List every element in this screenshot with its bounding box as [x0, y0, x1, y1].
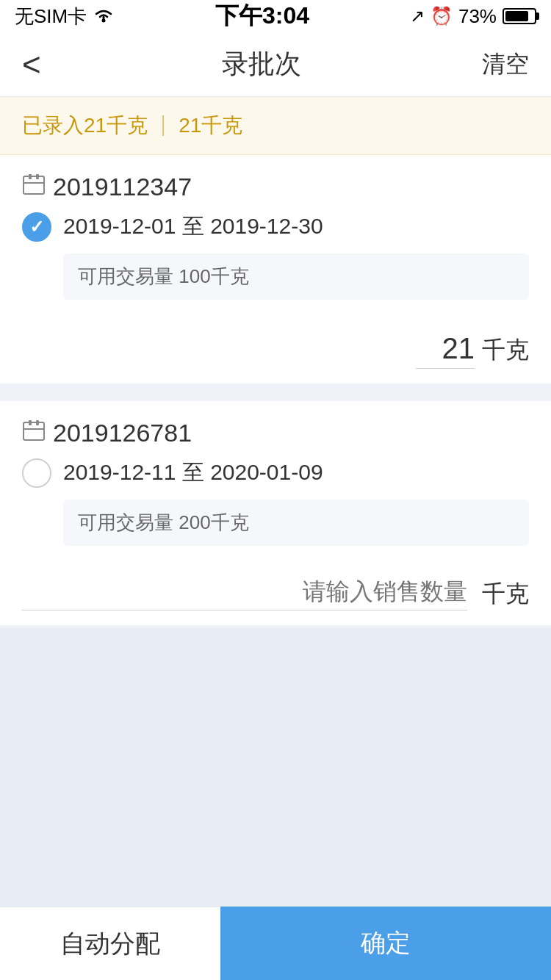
- batch2-card: 2019126781 2019-12-11 至 2020-01-09 可用交易量…: [0, 401, 551, 625]
- batch2-unit: 千克: [482, 578, 529, 610]
- batch1-date-row[interactable]: 2019-12-01 至 2019-12-30: [22, 212, 529, 242]
- empty-area: [0, 628, 551, 937]
- batch2-input-underline: [22, 578, 467, 610]
- batch1-amount-input[interactable]: [416, 332, 475, 365]
- page-title: 录批次: [222, 46, 301, 82]
- alarm-icon: ⏰: [431, 6, 453, 26]
- svg-rect-6: [29, 420, 32, 425]
- info-banner: 已录入21千克 21千克: [0, 97, 551, 155]
- clear-button[interactable]: 清空: [482, 48, 529, 81]
- batch1-amount-row: 千克: [0, 317, 551, 383]
- svg-rect-5: [24, 422, 44, 440]
- status-right: ↗ ⏰ 73%: [410, 5, 536, 28]
- batch2-icon: [22, 419, 46, 447]
- status-left: 无SIM卡: [15, 4, 115, 29]
- batch2-date: 2019-12-11 至 2020-01-09: [63, 458, 323, 488]
- batch1-item: 2019112347 2019-12-01 至 2019-12-30 可用交易量…: [0, 155, 551, 317]
- batch2-date-row[interactable]: 2019-12-11 至 2020-01-09: [22, 458, 529, 488]
- back-button[interactable]: <: [22, 46, 41, 83]
- sim-text: 无SIM卡: [15, 4, 87, 29]
- batch2-item: 2019126781 2019-12-11 至 2020-01-09 可用交易量…: [0, 401, 551, 563]
- confirm-button[interactable]: 确定: [220, 907, 551, 980]
- battery-icon: [503, 8, 536, 24]
- auto-distribute-button[interactable]: 自动分配: [0, 907, 220, 980]
- battery-percent: 73%: [458, 5, 497, 28]
- batch1-date: 2019-12-01 至 2019-12-30: [63, 212, 323, 242]
- status-bar: 无SIM卡 下午3:04 ↗ ⏰ 73%: [0, 0, 551, 32]
- section-divider-1: [0, 386, 551, 401]
- wifi-icon: [93, 5, 115, 28]
- location-icon: ↗: [410, 6, 425, 26]
- batch1-id: 2019112347: [53, 173, 192, 201]
- svg-rect-1: [24, 176, 44, 194]
- bottom-buttons: 自动分配 确定: [0, 907, 551, 980]
- batch1-icon: [22, 173, 46, 201]
- svg-rect-2: [29, 174, 32, 179]
- batch2-sales-input[interactable]: [22, 578, 467, 605]
- svg-rect-3: [36, 174, 39, 179]
- info-label-left: 已录入21千克: [22, 112, 148, 140]
- svg-rect-7: [36, 420, 39, 425]
- batch1-radio[interactable]: [22, 212, 51, 242]
- batch2-header: 2019126781: [22, 419, 529, 447]
- status-time: 下午3:04: [215, 0, 309, 32]
- batch1-amount-underline: [416, 332, 475, 369]
- batch1-header: 2019112347: [22, 173, 529, 201]
- info-label-right: 21千克: [179, 112, 242, 140]
- batch2-id: 2019126781: [53, 419, 192, 447]
- svg-point-0: [102, 18, 106, 22]
- batch2-radio[interactable]: [22, 458, 51, 488]
- batch1-card: 2019112347 2019-12-01 至 2019-12-30 可用交易量…: [0, 155, 551, 383]
- nav-bar: < 录批次 清空: [0, 32, 551, 97]
- batch2-available: 可用交易量 200千克: [63, 500, 529, 546]
- batch1-available: 可用交易量 100千克: [63, 253, 529, 300]
- batch1-unit: 千克: [482, 334, 529, 367]
- info-divider: [162, 115, 164, 136]
- batch2-input-row: 千克: [0, 563, 551, 625]
